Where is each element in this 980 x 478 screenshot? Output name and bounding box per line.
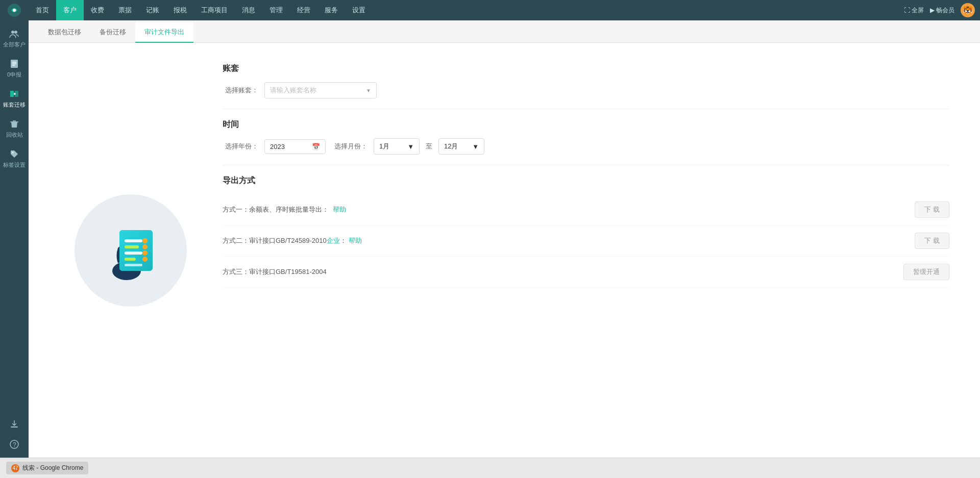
account-select-arrow: ▼ — [366, 88, 371, 93]
sidebar-label-tag: 标签设置 — [3, 161, 26, 169]
account-section-title: 账套 — [223, 63, 949, 74]
method2-company-tag: 企业 — [327, 237, 340, 244]
nav-item-manage[interactable]: 管理 — [262, 0, 290, 20]
export-method-3-label: 方式三：审计接口GB/T19581-2004 — [223, 267, 903, 276]
form-area: 账套 选择账套： 请输入账套名称 ▼ 时间 选择年份： 2023 📅 — [202, 63, 949, 437]
account-select[interactable]: 请输入账套名称 ▼ — [264, 82, 377, 98]
export-section-title: 导出方式 — [223, 175, 949, 186]
method1-download-button[interactable]: 下 载 — [915, 202, 949, 218]
nav-item-bill[interactable]: 票据 — [111, 0, 139, 20]
sidebar-label-all-clients: 全部客户 — [3, 41, 26, 48]
svg-rect-19 — [125, 251, 142, 255]
calendar-icon: 📅 — [312, 143, 320, 150]
nav-item-settings[interactable]: 设置 — [345, 0, 373, 20]
content-area: 数据包迁移 备份迁移 审计文件导出 — [29, 20, 980, 458]
top-nav: 首页 客户 收费 票据 记账 报税 工商项目 消息 管理 经营 服务 设置 ⛶ … — [0, 0, 980, 20]
nav-item-service[interactable]: 服务 — [317, 0, 345, 20]
nav-item-client[interactable]: 客户 — [56, 0, 84, 20]
export-method-3-row: 方式三：审计接口GB/T19581-2004 暂缓开通 — [223, 257, 949, 288]
method2-help-link[interactable]: 帮助 — [349, 237, 362, 244]
month-end-select[interactable]: 12月 ▼ — [438, 138, 484, 155]
declare-icon — [9, 59, 19, 69]
svg-point-25 — [142, 257, 148, 262]
nav-item-accounting[interactable]: 记账 — [139, 0, 166, 20]
nav-item-msg[interactable]: 消息 — [235, 0, 262, 20]
method3-open-button[interactable]: 暂缓开通 — [903, 264, 949, 280]
svg-point-3 — [14, 31, 17, 34]
top-nav-items: 首页 客户 收费 票据 记账 报税 工商项目 消息 管理 经营 服务 设置 — [29, 0, 904, 20]
svg-rect-17 — [125, 239, 142, 242]
year-input[interactable]: 2023 📅 — [264, 139, 326, 154]
export-method-1-label: 方式一：余额表、序时账批量导出： 帮助 — [223, 205, 915, 214]
sidebar-item-migrate[interactable]: 账套迁移 — [1, 85, 28, 113]
svg-point-1 — [13, 9, 16, 12]
to-label: 至 — [426, 142, 432, 151]
month-start-label: 选择月份： — [332, 142, 368, 151]
top-nav-right: ⛶ 全屏 ▶ 畅会员 🐯 — [904, 3, 975, 17]
svg-rect-8 — [10, 91, 14, 97]
tab-backup-migration[interactable]: 备份迁移 — [90, 22, 135, 43]
time-section-title: 时间 — [223, 119, 949, 130]
sidebar-label-declare: 0申报 — [7, 71, 21, 79]
account-row: 选择账套： 请输入账套名称 ▼ — [223, 82, 949, 98]
nav-item-tax[interactable]: 报税 — [166, 0, 194, 20]
help-icon: ? — [9, 439, 19, 449]
svg-point-24 — [142, 250, 148, 256]
tab-bar: 数据包迁移 备份迁移 审计文件导出 — [29, 20, 980, 43]
year-label: 选择年份： — [223, 142, 258, 151]
member-button[interactable]: ▶ 畅会员 — [930, 6, 954, 15]
account-label: 选择账套： — [223, 86, 258, 95]
method1-help-link[interactable]: 帮助 — [333, 206, 346, 213]
svg-point-23 — [142, 244, 148, 249]
svg-rect-21 — [125, 264, 142, 266]
nav-item-ops[interactable]: 经营 — [290, 0, 317, 20]
taskbar: 47 线索 - Google Chrome — [0, 458, 980, 478]
taskbar-label: 线索 - Google Chrome — [22, 464, 83, 472]
month-end-value: 12月 — [444, 142, 458, 151]
time-row: 选择年份： 2023 📅 选择月份： 1月 ▼ 至 12月 ▼ — [223, 138, 949, 155]
export-method-1-row: 方式一：余额表、序时账批量导出： 帮助 下 载 — [223, 194, 949, 225]
month-start-select[interactable]: 1月 ▼ — [374, 138, 420, 155]
svg-rect-18 — [125, 245, 139, 248]
nav-item-home[interactable]: 首页 — [29, 0, 56, 20]
sidebar-item-trash[interactable]: 回收站 — [1, 115, 28, 143]
sidebar-label-migrate: 账套迁移 — [3, 101, 26, 109]
svg-point-10 — [12, 152, 14, 154]
divider-1 — [223, 109, 949, 109]
sidebar-item-tag[interactable]: 标签设置 — [1, 145, 28, 173]
sidebar-item-download[interactable] — [1, 415, 28, 433]
fullscreen-icon: ⛶ — [904, 7, 910, 14]
month-start-value: 1月 — [379, 142, 389, 151]
svg-rect-20 — [125, 258, 136, 261]
sidebar-item-declare[interactable]: 0申报 — [1, 55, 28, 83]
tab-audit-export[interactable]: 审计文件导出 — [135, 22, 193, 43]
svg-point-2 — [11, 31, 14, 34]
tab-data-migration[interactable]: 数据包迁移 — [39, 22, 90, 43]
svg-point-22 — [142, 238, 148, 243]
illustration-svg — [90, 210, 172, 291]
sidebar-label-trash: 回收站 — [6, 131, 23, 139]
year-value: 2023 — [270, 143, 285, 150]
taskbar-chrome-item[interactable]: 47 线索 - Google Chrome — [6, 462, 88, 474]
fullscreen-button[interactable]: ⛶ 全屏 — [904, 6, 924, 15]
trash-icon — [9, 119, 19, 129]
sidebar-item-help[interactable]: ? — [1, 435, 28, 454]
main-layout: 全部客户 0申报 账套迁移 回收站 — [0, 20, 980, 458]
member-icon: ▶ — [930, 7, 935, 14]
svg-rect-11 — [11, 426, 18, 427]
nav-item-fee[interactable]: 收费 — [84, 0, 111, 20]
sidebar: 全部客户 0申报 账套迁移 回收站 — [0, 20, 29, 458]
divider-2 — [223, 165, 949, 165]
sidebar-item-all-clients[interactable]: 全部客户 — [1, 24, 28, 53]
avatar[interactable]: 🐯 — [961, 3, 975, 17]
method2-download-button[interactable]: 下 载 — [915, 233, 949, 249]
download-icon — [9, 419, 19, 429]
svg-text:?: ? — [13, 441, 16, 448]
tag-icon — [9, 149, 19, 159]
export-method-2-row: 方式二：审计接口GB/T24589-2010企业：帮助 下 载 — [223, 225, 949, 257]
users-icon — [9, 29, 19, 39]
export-method-2-label: 方式二：审计接口GB/T24589-2010企业：帮助 — [223, 236, 915, 245]
nav-item-biz[interactable]: 工商项目 — [194, 0, 235, 20]
month-end-arrow: ▼ — [472, 143, 479, 150]
month-start-arrow: ▼ — [407, 143, 414, 150]
